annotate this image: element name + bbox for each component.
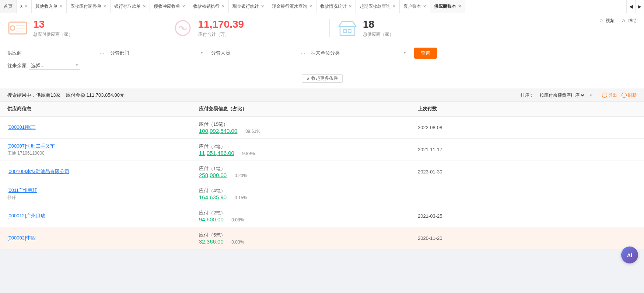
- nav-tab-customer-ledger[interactable]: 客户账本 ✕: [400, 0, 430, 13]
- nav-tab-recv-stat-label: 收款情况统计: [320, 3, 347, 10]
- supplier-name-link-0[interactable]: [000001]张三: [7, 124, 199, 131]
- nav-tab-recv-stat[interactable]: 收款情况统计 ✕: [316, 0, 356, 13]
- close-icon-cash-bank-stat[interactable]: ✕: [261, 4, 264, 9]
- supplier-name-link-3[interactable]: [001]广州荣轩: [7, 187, 199, 194]
- last-pay-cell-1: 2021-11-17: [418, 147, 637, 152]
- payable-total-label: 应付合计（万）: [198, 31, 244, 38]
- filter-item-category: 往来单位分类: [311, 49, 408, 57]
- nav-tab-pre-recv[interactable]: 预收冲应收单 ✕: [150, 0, 189, 13]
- person-ellipsis-icon[interactable]: ···: [301, 50, 305, 56]
- collapse-button-label: 收起更多条件: [311, 75, 338, 82]
- close-icon-pre-recv[interactable]: ✕: [182, 4, 185, 9]
- separator: |: [617, 18, 619, 24]
- sort-dropdown-icon[interactable]: ▾: [590, 93, 592, 98]
- query-button[interactable]: 查询: [414, 48, 437, 59]
- summary-divider-1: [165, 19, 165, 37]
- nav-tab-cash-bank-stat[interactable]: 现金银行统计 ✕: [229, 0, 268, 13]
- supplier-name-link-2[interactable]: [000100]本特勒油品有限公司: [7, 168, 199, 175]
- balance-select[interactable]: 选择...: [29, 62, 80, 70]
- nav-tab-bank[interactable]: 银行存取款单 ✕: [111, 0, 150, 13]
- summary-bar: 13 总应付供应商（家） 11,170.39 应付合计（万） 18 总供应商（家…: [0, 13, 644, 43]
- nav-tab-3[interactable]: 3 ✕: [17, 0, 32, 13]
- category-select-wrap: [342, 49, 408, 57]
- pay-amount-5[interactable]: 32,366.00: [199, 238, 224, 245]
- filter-area: 供应商 ··· 分管部门 分管人员 ··· 往来单位分类: [0, 43, 644, 89]
- last-pay-cell-2: 2023-01-30: [418, 169, 637, 175]
- nav-tab-other-income[interactable]: 其他收入单 ✕: [32, 0, 67, 13]
- pay-count-0: 应付（15笔）: [199, 121, 418, 128]
- table-row: [000007]恒旺二手叉车 王通 17106110000 应付（2笔） 11,…: [0, 139, 644, 161]
- person-input[interactable]: [232, 49, 299, 57]
- pay-amount-1[interactable]: 11,051,486.00: [199, 150, 234, 156]
- supplier-sub-1: 王通 17106110000: [7, 150, 199, 156]
- close-icon-bank[interactable]: ✕: [143, 4, 146, 9]
- question-circle-icon: ⊙: [622, 18, 625, 23]
- payable-suppliers-count: 13: [33, 18, 73, 30]
- collapse-button[interactable]: ∧ 收起更多条件: [302, 74, 343, 83]
- pay-count-5: 应付（5笔）: [199, 232, 418, 238]
- pay-amount-2[interactable]: 258,000.00: [199, 172, 227, 178]
- nav-tab-ar-ap-label: 应收应付调整单: [70, 3, 101, 10]
- nav-tab-supplier-ledger[interactable]: 供应商账本 ✕: [430, 0, 465, 13]
- supplier-info-cell-4: [000012]广州贝瑞: [7, 213, 199, 220]
- total-suppliers-label: 总供应商（家）: [363, 31, 394, 38]
- top-right-links: ⊙ 视频 | ⊙ 帮助: [599, 18, 637, 24]
- export-icon: [602, 93, 607, 98]
- close-icon-ar-ap[interactable]: ✕: [103, 4, 106, 9]
- refresh-label: 刷新: [628, 92, 637, 99]
- nav-tab-ar-ap[interactable]: 应收应付调整单 ✕: [67, 0, 111, 13]
- close-icon-supplier-ledger[interactable]: ✕: [458, 4, 461, 9]
- export-button[interactable]: 导出: [602, 92, 617, 99]
- help-link[interactable]: 帮助: [628, 18, 637, 24]
- payable-suppliers-label: 总应付供应商（家）: [33, 31, 73, 38]
- nav-tab-cash-bank-flow[interactable]: 现金银行流水查询 ✕: [268, 0, 316, 13]
- circle-icon: ⊙: [599, 18, 603, 23]
- filter-row-2: 往来余额 选择...: [7, 62, 637, 70]
- pay-pct-5: 0.03%: [231, 239, 244, 245]
- close-icon-other-income[interactable]: ✕: [59, 4, 63, 9]
- pay-amount-3[interactable]: 164,635.90: [199, 194, 227, 200]
- table-area: 供应商信息 应付交易信息（占比） 上次付数 [000001]张三 应付（15笔）…: [0, 102, 644, 249]
- refresh-button[interactable]: 刷新: [622, 92, 637, 99]
- sort-select[interactable]: 按应付余额倒序排序: [538, 92, 585, 98]
- nav-prev-button[interactable]: ◀: [626, 0, 635, 13]
- pay-count-4: 应付（2笔）: [199, 210, 418, 216]
- nav-next-button[interactable]: ▶: [635, 0, 644, 13]
- close-icon-overdue[interactable]: ✕: [392, 4, 396, 9]
- supplier-info-cell-1: [000007]恒旺二手叉车 王通 17106110000: [7, 143, 199, 156]
- table-header: 供应商信息 应付交易信息（占比） 上次付数: [0, 102, 644, 117]
- nav-tab-recv-exec-label: 收款核销执行: [193, 3, 220, 10]
- nav-tab-home[interactable]: 首页: [0, 0, 17, 13]
- nav-tab-overdue[interactable]: 超期应收款查询 ✕: [356, 0, 400, 13]
- close-icon-cash-bank-flow[interactable]: ✕: [309, 4, 312, 9]
- close-icon-recv-exec[interactable]: ✕: [221, 4, 225, 9]
- pay-amount-0[interactable]: 100,092,540.00: [199, 128, 237, 134]
- video-link[interactable]: 视频: [606, 18, 615, 24]
- nav-tab-overdue-label: 超期应收款查询: [360, 3, 391, 10]
- filter-item-dept: 分管部门: [110, 49, 205, 57]
- dept-filter-label: 分管部门: [110, 50, 129, 56]
- close-icon-3[interactable]: ✕: [24, 4, 28, 9]
- close-icon-customer-ledger[interactable]: ✕: [423, 4, 426, 9]
- category-select[interactable]: [342, 49, 408, 57]
- supplier-ellipsis-icon[interactable]: ···: [100, 50, 104, 56]
- collapse-bar: ∧ 收起更多条件: [7, 73, 637, 86]
- nav-tab-customer-ledger-label: 客户账本: [403, 3, 421, 10]
- pay-info-cell-3: 应付（4笔） 164,635.90 0.15%: [199, 187, 418, 200]
- nav-tab-cash-bank-stat-label: 现金银行统计: [232, 3, 259, 10]
- dept-select-wrap: [132, 49, 205, 57]
- supplier-name-link-1[interactable]: [000007]恒旺二手叉车: [7, 143, 199, 149]
- pay-count-1: 应付（2笔）: [199, 143, 418, 150]
- pay-count-3: 应付（4笔）: [199, 187, 418, 194]
- supplier-input[interactable]: [24, 49, 98, 57]
- nav-tab-recv-exec[interactable]: 收款核销执行 ✕: [189, 0, 229, 13]
- supplier-name-link-4[interactable]: [000012]广州贝瑞: [7, 213, 199, 219]
- last-pay-cell-0: 2022-08-08: [418, 125, 637, 130]
- close-icon-recv-stat[interactable]: ✕: [349, 4, 352, 9]
- supplier-name-link-5[interactable]: [000002]李四: [7, 235, 199, 241]
- dept-select[interactable]: [132, 49, 205, 57]
- chevron-left-icon: ◀: [629, 4, 633, 9]
- nav-tab-other-income-label: 其他收入单: [35, 3, 57, 10]
- svg-rect-8: [344, 30, 347, 32]
- pay-amount-4[interactable]: 94,600.00: [199, 216, 224, 223]
